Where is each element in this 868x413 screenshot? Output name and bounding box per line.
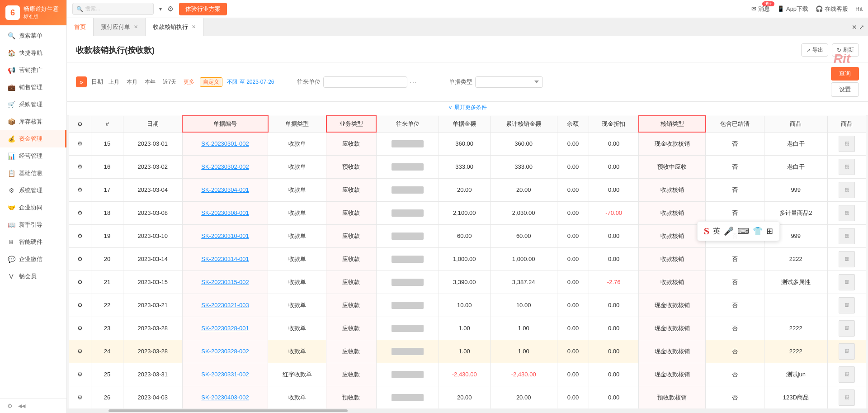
date-opt-1[interactable]: 本月 [124,77,140,87]
cell-bill_amount: 333.00 [439,155,490,178]
sidebar-item-marketing[interactable]: 📢营销推广 [0,62,66,79]
cell-bill_no[interactable]: SK-20230302-002 [182,155,268,178]
sidebar-item-sales[interactable]: 💼销售管理 [0,79,66,96]
sidebar-item-operations[interactable]: 📊经营管理 [0,147,66,165]
cell-bill_no[interactable]: SK-20230308-001 [182,201,268,224]
cell-biz_type: 应收款 [326,132,377,155]
settings-btn[interactable]: 设置 [831,82,859,97]
cell-biz_type: 应收款 [326,178,377,201]
service-btn[interactable]: 🎧 在线客服 [816,5,848,13]
tab-home[interactable]: 首页 [67,18,94,36]
sidebar-item-shortcut[interactable]: 🏠快捷导航 [0,44,66,62]
sidebar-item-purchase[interactable]: 🛒采购管理 [0,96,66,113]
date-opt-4[interactable]: 更多 [181,77,197,87]
cell-cumulative_cancel: 333.00 [490,155,557,178]
expand-more-btn[interactable]: ∨ 展开更多条件 [448,104,486,111]
sidebar-item-guide[interactable]: 📖新手引导 [0,216,66,233]
cell-bill_no[interactable]: SK-20230321-003 [182,294,268,317]
col-header-bill_amount: 单据金额 [439,116,490,132]
cell-date: 2023-03-08 [123,201,182,224]
cell-bill_no[interactable]: SK-20230315-002 [182,271,268,294]
top-search-box[interactable]: 🔍 搜索... [72,3,154,15]
cell-cumulative_cancel: 60.00 [490,224,557,247]
cell-cash_discount: 0.00 [589,132,639,155]
cell-cancel_type: 收款核销 [639,247,706,271]
cell-gear: ⚙ [69,247,91,271]
settings-icon[interactable]: ⚙ [7,403,13,409]
cell-biz_type: 应收款 [326,224,377,247]
logo-icon: 6 [5,5,20,20]
message-btn[interactable]: ✉ 消息 99+ [751,5,770,13]
goods-thumbnail: 🖼 [839,366,855,383]
cell-bill_amount: 3,390.00 [439,271,490,294]
cell-bill_amount: 1,000.00 [439,247,490,271]
cell-bill_no[interactable]: SK-20230328-001 [182,317,268,340]
sidebar-item-system[interactable]: ⚙系统管理 [0,182,66,199]
sidebar-item-member[interactable]: V畅会员 [0,268,66,285]
cell-cumulative_cancel: -2,430.00 [490,363,557,386]
cell-balance: 0.00 [557,340,589,363]
cell-bill_type: 收款单 [268,224,326,247]
cell-date: 2023-03-14 [123,247,182,271]
app-download-btn[interactable]: 📱 App下载 [777,5,808,13]
partner-filter: 往来单位 ··· [297,76,418,88]
sidebar-item-hardware[interactable]: 🖥智能硬件 [0,233,66,251]
cell-cumulative_cancel: 360.00 [490,132,557,155]
date-opt-2[interactable]: 本年 [142,77,158,87]
collapse-icon[interactable]: ◀◀ [18,403,25,409]
cell-cumulative_cancel: 20.00 [490,386,557,408]
message-badge: 99+ [762,1,774,6]
scroll-bar[interactable] [67,408,868,413]
sidebar-item-inventory[interactable]: 📦库存核算 [0,113,66,130]
sales-icon: 💼 [7,84,15,91]
date-opt-3[interactable]: 近7天 [160,77,179,87]
sidebar-item-finance[interactable]: 💰资金管理 [0,130,66,147]
tab-prepay[interactable]: 预付应付单✕ [94,18,146,36]
date-custom-btn[interactable]: 自定义 [200,77,222,87]
cell-cancel_type: 现金收款核销 [639,363,706,386]
cell-goods: 老白干 [764,132,827,155]
cell-bill_no[interactable]: SK-20230301-002 [182,132,268,155]
watermark-overlay: S 英 🎤 ⌨ 👕 ⊞ [697,221,780,241]
cell-cumulative_cancel: 2,030.00 [490,201,557,224]
cell-bill_no[interactable]: SK-20230304-001 [182,178,268,201]
user-menu[interactable]: Rit [855,5,863,12]
cell-cancel_type: 预收款核销 [639,386,706,408]
goods-thumbnail: 🖼 [839,251,855,267]
cell-goods: 测试jun [764,363,827,386]
sidebar-item-basic[interactable]: 📋基础信息 [0,165,66,182]
dropdown-arrow[interactable]: ▾ [159,6,162,12]
tab-close-prepay[interactable]: ✕ [134,24,138,30]
date-opt-0[interactable]: 上月 [106,77,122,87]
bill-type-select[interactable] [475,76,543,88]
right-watermark: Rit [834,52,850,66]
cell-bill_no[interactable]: SK-20230328-002 [182,340,268,363]
query-btn[interactable]: 查询 [831,67,859,81]
cell-include_settled: 否 [706,294,764,317]
gear-icon[interactable]: ⚙ [167,5,174,13]
sidebar: 6 畅康道好生意 标准版 🔍搜索菜单🏠快捷导航📢营销推广💼销售管理🛒采购管理📦库… [0,0,67,413]
cell-index: 22 [91,294,123,317]
cell-biz_type: 应收款 [326,201,377,224]
tab-close-receipt[interactable]: ✕ [192,24,196,30]
export-btn[interactable]: ↗ 导出 [801,43,828,57]
cell-bill_no[interactable]: SK-20230403-002 [182,386,268,408]
industry-btn[interactable]: 体验行业方案 [179,3,227,15]
sidebar-item-wechat[interactable]: 💬企业微信 [0,251,66,268]
cell-bill_type: 收款单 [268,340,326,363]
cell-date: 2023-03-31 [123,363,182,386]
tab-receipt[interactable]: 收款核销执行✕ [146,18,203,36]
table-row: ⚙162023-03-02SK-20230302-002收款单预收款████33… [69,155,866,178]
sidebar-item-search[interactable]: 🔍搜索菜单 [0,27,66,44]
cell-bill_no[interactable]: SK-20230314-001 [182,247,268,271]
cell-bill_no[interactable]: SK-20230310-001 [182,224,268,247]
expand-tab-btn[interactable]: ⤢ [859,24,864,31]
filter-expand-btn[interactable]: » [76,76,87,87]
cell-bill_no[interactable]: SK-20230331-002 [182,363,268,386]
partner-input[interactable] [323,76,407,88]
cell-gear: ⚙ [69,132,91,155]
sidebar-item-enterprise[interactable]: 🤝企业协同 [0,199,66,216]
close-tab-btn[interactable]: ✕ [852,24,857,31]
hardware-icon: 🖥 [7,238,15,246]
goods-thumbnail: 🖼 [839,136,855,152]
